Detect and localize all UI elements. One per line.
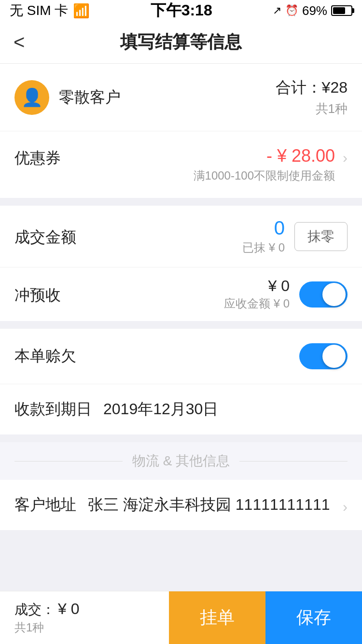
round-zero-button[interactable]: 抹零 (294, 222, 348, 251)
coupon-value-block: - ¥ 28.00 满1000-100不限制使用金额 (194, 146, 335, 183)
logistics-divider: 物流 & 其他信息 (0, 442, 362, 480)
total-count: 共1种 (276, 100, 348, 117)
prepay-sub: 应收金额 ¥ 0 (224, 296, 290, 311)
address-chevron-icon: › (343, 499, 348, 515)
coupon-amount: - ¥ 28.00 (194, 146, 335, 166)
transaction-section: 成交金额 0 已抹 ¥ 0 抹零 冲预收 ¥ 0 应收金额 ¥ 0 (0, 206, 362, 321)
debt-toggle[interactable] (299, 343, 348, 369)
alarm-icon: ⏰ (285, 4, 298, 17)
transaction-amount-block: 0 已抹 ¥ 0 (242, 217, 285, 255)
status-time: 下午3:18 (151, 0, 212, 21)
battery-text: 69% (302, 3, 327, 18)
prepay-right: ¥ 0 应收金额 ¥ 0 (224, 277, 348, 311)
due-date-row: 收款到期日 2019年12月30日 (0, 384, 362, 434)
coupon-label: 优惠券 (14, 148, 61, 169)
due-date-label: 收款到期日 (14, 399, 92, 420)
transaction-label: 成交金额 (14, 227, 76, 248)
bottom-deal-label: 成交： (14, 601, 55, 619)
location-icon: ↗ (273, 4, 281, 17)
prepay-toggle[interactable] (299, 281, 348, 308)
bottom-bar: 成交： ¥ 0 共1种 挂单 保存 (0, 591, 362, 644)
coupon-desc: 满1000-100不限制使用金额 (194, 168, 335, 183)
debt-row: 本单赊欠 (0, 329, 362, 384)
prepay-label: 冲预收 (14, 285, 61, 306)
coupon-row[interactable]: 优惠券 - ¥ 28.00 满1000-100不限制使用金额 › (0, 131, 362, 198)
chevron-right-icon: › (343, 150, 348, 166)
page-title: 填写结算等信息 (120, 30, 242, 54)
transaction-row: 成交金额 0 已抹 ¥ 0 抹零 (0, 206, 362, 267)
prepay-amount: ¥ 0 (224, 277, 290, 295)
debt-section: 本单赊欠 收款到期日 2019年12月30日 (0, 329, 362, 434)
battery-icon (331, 5, 352, 16)
status-left: 无 SIM 卡 📶 (10, 1, 90, 20)
address-row[interactable]: 客户地址 张三 海淀永丰科技园 11111111111 › (0, 480, 362, 530)
content: 👤 零散客户 合计：¥28 共1种 优惠券 - ¥ 28.00 满1000-10… (0, 64, 362, 644)
customer-avatar: 👤 (14, 80, 49, 115)
status-bar: 无 SIM 卡 📶 下午3:18 ↗ ⏰ 69% (0, 0, 362, 21)
status-right: ↗ ⏰ 69% (273, 3, 352, 18)
back-button[interactable]: < (14, 31, 25, 53)
transaction-sub: 已抹 ¥ 0 (242, 240, 285, 255)
customer-row: 👤 零散客户 合计：¥28 共1种 (0, 64, 362, 131)
carrier-text: 无 SIM 卡 (10, 1, 68, 20)
save-button[interactable]: 保存 (265, 591, 362, 644)
due-date-value: 2019年12月30日 (103, 399, 218, 420)
customer-left: 👤 零散客户 (14, 80, 121, 115)
total-amount: 合计：¥28 (276, 77, 348, 98)
customer-name: 零散客户 (59, 87, 121, 108)
bottom-left: 成交： ¥ 0 共1种 (0, 600, 169, 635)
prepay-value-block: ¥ 0 应收金额 ¥ 0 (224, 277, 290, 311)
nav-bar: < 填写结算等信息 (0, 21, 362, 64)
bottom-deal-amount: ¥ 0 (58, 600, 79, 618)
customer-right: 合计：¥28 共1种 (276, 77, 348, 117)
customer-section: 👤 零散客户 合计：¥28 共1种 优惠券 - ¥ 28.00 满1000-10… (0, 64, 362, 198)
debt-toggle-knob (322, 345, 346, 368)
prepay-row: 冲预收 ¥ 0 应收金额 ¥ 0 (0, 267, 362, 321)
wifi-icon: 📶 (73, 3, 90, 19)
transaction-right: 0 已抹 ¥ 0 抹零 (242, 217, 348, 255)
transaction-value: 0 (242, 217, 285, 239)
hold-button[interactable]: 挂单 (169, 591, 265, 644)
bottom-count: 共1种 (14, 620, 154, 635)
address-section: 客户地址 张三 海淀永丰科技园 11111111111 › (0, 480, 362, 530)
address-value: 张三 海淀永丰科技园 11111111111 (88, 494, 343, 516)
toggle-knob (322, 283, 346, 306)
coupon-right: - ¥ 28.00 满1000-100不限制使用金额 › (194, 146, 348, 183)
bottom-btn-group: 挂单 保存 (169, 591, 362, 644)
logistics-label: 物流 & 其他信息 (123, 453, 239, 468)
address-label: 客户地址 (14, 494, 76, 516)
debt-label: 本单赊欠 (14, 346, 76, 367)
